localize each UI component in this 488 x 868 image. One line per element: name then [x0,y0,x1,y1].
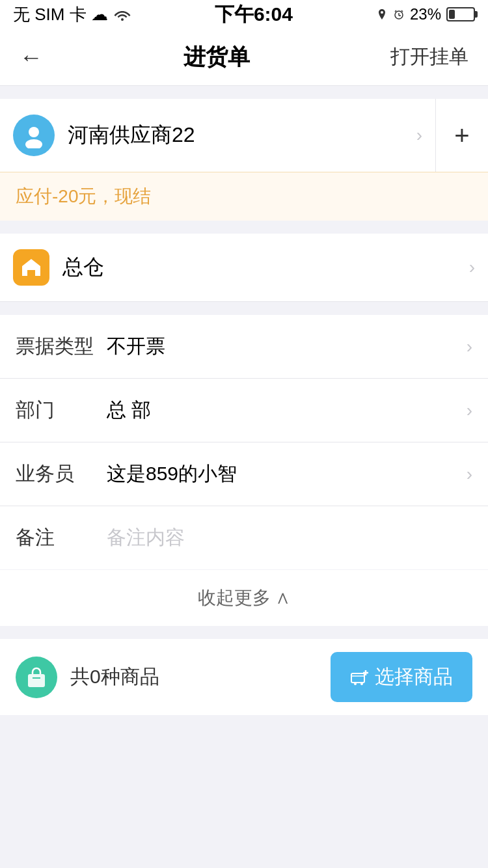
dept-chevron-icon: › [467,400,472,421]
dept-value: 总 部 [107,397,460,424]
supplier-selector[interactable]: 河南供应商22 › [0,99,436,172]
svg-point-6 [29,127,39,137]
svg-point-12 [360,683,363,685]
supplier-avatar [13,115,55,156]
supplier-chevron-icon: › [416,125,422,146]
notice-banner: 应付-20元，现结 [0,172,488,221]
form-section: 票据类型 不开票 › 部门 总 部 › 业务员 这是859的小智 › 备注 备注… [0,315,488,569]
svg-line-5 [401,10,403,12]
status-time: 下午6:04 [215,1,293,28]
remark-input[interactable]: 备注内容 [107,524,472,551]
svg-point-0 [121,18,124,21]
invoice-value: 不开票 [107,333,460,360]
notice-text: 应付-20元，现结 [16,186,151,206]
svg-line-4 [395,10,396,12]
supplier-name: 河南供应商22 [68,121,410,150]
bottom-bar: 共0种商品 选择商品 [0,639,488,715]
battery-percent: 23% [410,5,441,23]
svg-point-7 [25,139,42,148]
sim-label: 无 SIM 卡 ☁ [13,3,108,26]
select-product-button[interactable]: 选择商品 [331,652,472,702]
svg-point-11 [354,683,357,685]
collapse-button[interactable]: 收起更多 ∧ [0,570,488,626]
staff-row[interactable]: 业务员 这是859的小智 › [0,442,488,506]
content-area: 河南供应商22 › + 应付-20元，现结 总仓 › 票据类型 不开票 › 部门… [0,99,488,868]
page-title: 进货单 [183,42,250,72]
cart-add-icon [350,668,368,686]
warehouse-chevron-icon: › [469,257,475,278]
collapse-label: 收起更多 ∧ [198,586,291,610]
add-button[interactable]: + [436,99,488,172]
svg-rect-8 [28,674,45,687]
nav-bar: ← 进货单 打开挂单 [0,29,488,86]
supplier-section: 河南供应商22 › + [0,99,488,172]
open-pending-button[interactable]: 打开挂单 [390,44,468,70]
shopping-bag-icon [24,665,49,690]
back-button[interactable]: ← [20,44,43,71]
warehouse-icon [13,249,49,286]
wifi-icon [113,8,131,21]
section-gap-1 [0,221,488,234]
svg-rect-10 [351,673,364,683]
invoice-row[interactable]: 票据类型 不开票 › [0,315,488,379]
warehouse-name: 总仓 [62,253,463,282]
battery-icon [446,7,475,21]
alarm-icon [393,8,405,20]
invoice-label: 票据类型 [16,333,94,360]
person-icon [21,122,47,148]
home-icon [20,256,42,278]
dept-row[interactable]: 部门 总 部 › [0,379,488,442]
page-background [0,715,488,868]
product-count: 共0种商品 [70,664,318,690]
invoice-chevron-icon: › [467,336,472,357]
staff-value: 这是859的小智 [107,461,460,487]
remark-row[interactable]: 备注 备注内容 [0,506,488,569]
warehouse-row[interactable]: 总仓 › [0,234,488,302]
staff-chevron-icon: › [467,464,472,485]
product-icon [16,657,57,698]
location-icon [376,8,388,20]
remark-label: 备注 [16,524,94,551]
status-bar: 无 SIM 卡 ☁ 下午6:04 23% [0,0,488,29]
staff-label: 业务员 [16,461,94,487]
select-product-label: 选择商品 [375,664,453,690]
status-right: 23% [376,5,475,23]
dept-label: 部门 [16,397,94,424]
status-left: 无 SIM 卡 ☁ [13,3,131,26]
